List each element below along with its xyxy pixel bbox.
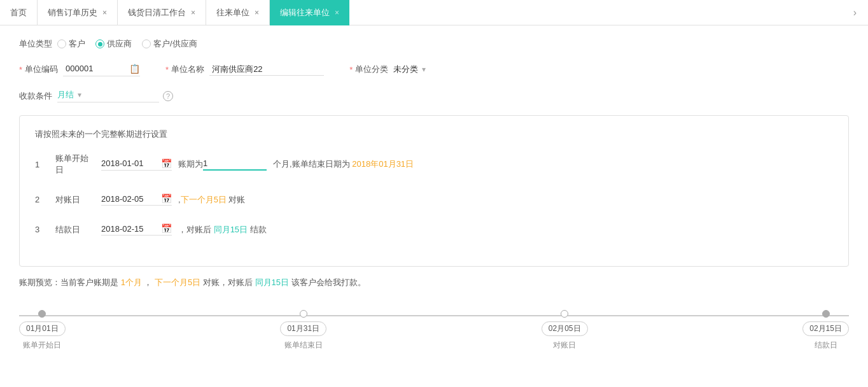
period-row-1-num: 1	[35, 160, 48, 169]
preview-text: 账期预览：当前客户账期是 1个月 ， 下一个月5日 对账，对账后 同月15日 该…	[19, 277, 849, 288]
period-row-3-date-input[interactable]	[101, 224, 158, 234]
radio-customer[interactable]: 客户	[57, 38, 85, 50]
payment-terms-select[interactable]: 月结 ▾	[57, 89, 159, 102]
timeline-badge-0: 01月01日	[19, 321, 66, 336]
radio-customer-supplier[interactable]: 客户/供应商	[142, 38, 197, 50]
preview-highlight-2: 下一个月5日	[155, 278, 200, 287]
unit-code-input[interactable]	[63, 62, 127, 74]
unit-name-required-star: *	[165, 65, 169, 74]
timeline-point-0: 01月01日 账单开始日	[19, 310, 66, 351]
period-box-title: 请按照未来的一个完整帐期进行设置	[35, 129, 833, 140]
timeline-badge-2: 02月05日	[542, 321, 588, 336]
radio-customer-supplier-circle	[142, 39, 151, 48]
radio-supplier-label: 供应商	[107, 38, 132, 50]
unit-name-group: * 单位名称	[165, 63, 324, 76]
period-row-1-field-label: 账单开始日	[55, 153, 94, 176]
period-row-2: 2 对账日 📅 ,下一个月5日 对账	[35, 194, 833, 206]
preview-highlight-1: 1个月	[121, 278, 142, 287]
unit-category-group: * 单位分类 未分类 ▾	[349, 64, 426, 75]
period-row-1-calendar-icon[interactable]: 📅	[161, 158, 172, 169]
timeline-dot-1	[300, 310, 307, 318]
payment-terms-chevron-icon: ▾	[78, 90, 81, 99]
timeline-badge-1: 01月31日	[280, 321, 326, 336]
payment-terms-help-icon[interactable]: ?	[163, 91, 173, 101]
timeline-sublabel-0: 账单开始日	[23, 340, 61, 351]
unit-code-label: 单位编码	[25, 64, 58, 75]
unit-category-label: 单位分类	[355, 64, 388, 75]
unit-code-group: * 单位编码 📋	[19, 62, 140, 76]
tab-cash-ledger[interactable]: 钱货日清工作台 ×	[118, 0, 206, 25]
timeline-dot-2	[561, 310, 568, 318]
period-row-2-field-label: 对账日	[55, 194, 94, 206]
preview-highlight-3: 同月15日	[255, 278, 289, 287]
period-row-2-date-input-wrapper: 📅	[101, 194, 172, 206]
period-row-1-suffix-before: 账期为	[178, 158, 203, 170]
period-row-1: 1 账单开始日 📅 账期为 个月,账单结束日期为 2018年01月31日	[35, 153, 833, 176]
tab-edit-counterpart-unit[interactable]: 编辑往来单位 ×	[270, 0, 349, 25]
unit-name-input[interactable]	[209, 63, 324, 76]
timeline-dot-3	[822, 310, 830, 318]
radio-customer-supplier-label: 客户/供应商	[153, 38, 197, 50]
period-row-2-suffix: ,下一个月5日 对账	[178, 194, 245, 206]
page-content: 单位类型 客户 供应商 客户/供应商 * 单位编码	[0, 25, 868, 387]
unit-category-select[interactable]: 未分类 ▾	[393, 64, 426, 75]
tab-sales-order-history[interactable]: 销售订单历史 ×	[38, 0, 118, 25]
unit-code-required-star: *	[19, 65, 22, 74]
unit-type-row: 单位类型 客户 供应商 客户/供应商	[19, 38, 849, 50]
radio-supplier[interactable]: 供应商	[95, 38, 132, 50]
timeline-sublabel-1: 账单结束日	[284, 340, 323, 351]
timeline-point-1: 01月31日 账单结束日	[280, 310, 326, 351]
unit-category-chevron-icon: ▾	[422, 65, 426, 74]
unit-code-copy-icon[interactable]: 📋	[129, 64, 140, 74]
period-row-2-orange-text: 下一个月5日	[181, 195, 227, 204]
unit-info-row: * 单位编码 📋 * 单位名称 * 单位分类 未分类 ▾	[19, 62, 849, 76]
radio-customer-label: 客户	[69, 38, 85, 50]
period-row-3-field-label: 结款日	[55, 224, 94, 236]
timeline-point-3: 02月15日 结款日	[802, 310, 849, 351]
period-row-3-calendar-icon[interactable]: 📅	[161, 223, 172, 234]
period-row-1-month-input[interactable]	[203, 158, 267, 171]
payment-terms-value: 月结	[57, 89, 74, 101]
unit-category-value: 未分类	[393, 64, 418, 75]
period-row-3-num: 3	[35, 225, 48, 234]
close-tab-counterpart-unit[interactable]: ×	[255, 8, 259, 17]
tabs-bar: 首页 销售订单历史 × 钱货日清工作台 × 往来单位 × 编辑往来单位 × ›	[0, 0, 868, 25]
period-row-2-calendar-icon[interactable]: 📅	[161, 194, 172, 204]
close-tab-cash-ledger[interactable]: ×	[191, 8, 195, 17]
period-row-3-suffix: ，对账后 同月15日 结款	[178, 224, 267, 236]
timeline-container: 01月01日 账单开始日 01月31日 账单结束日 02月05日 对账日 02月…	[19, 304, 849, 370]
period-row-3-teal-text: 同月15日	[214, 225, 248, 234]
period-row-1-suffix-after: 个月,账单结束日期为 2018年01月31日	[273, 158, 414, 170]
timeline-sublabel-2: 对账日	[553, 340, 576, 351]
payment-terms-label: 收款条件	[19, 90, 52, 102]
unit-type-group: 单位类型 客户 供应商 客户/供应商	[19, 38, 197, 50]
period-row-1-date-highlight: 2018年01月31日	[352, 159, 414, 169]
close-tab-edit-counterpart-unit[interactable]: ×	[335, 8, 339, 17]
tab-more-button[interactable]: ›	[847, 7, 863, 18]
tab-counterpart-unit[interactable]: 往来单位 ×	[206, 0, 270, 25]
radio-supplier-circle	[95, 39, 104, 48]
timeline-sublabel-3: 结款日	[815, 340, 837, 351]
period-row-1-date-input[interactable]	[101, 158, 158, 168]
period-row-1-date-input-wrapper: 📅	[101, 158, 172, 171]
period-settings-box: 请按照未来的一个完整帐期进行设置 1 账单开始日 📅 账期为 个月,账单结束日期…	[19, 115, 849, 267]
timeline-badge-3: 02月15日	[802, 321, 849, 336]
period-row-3: 3 结款日 📅 ，对账后 同月15日 结款	[35, 223, 833, 236]
period-row-2-num: 2	[35, 195, 48, 204]
timeline-point-2: 02月05日 对账日	[542, 310, 588, 351]
period-row-3-date-input-wrapper: 📅	[101, 223, 172, 236]
payment-terms-group: 收款条件 月结 ▾ ?	[19, 89, 173, 102]
unit-type-label: 单位类型	[19, 38, 52, 50]
payment-terms-row: 收款条件 月结 ▾ ?	[19, 89, 849, 102]
unit-type-radio-group: 客户 供应商 客户/供应商	[57, 38, 197, 50]
unit-code-input-wrapper: 📋	[63, 62, 140, 76]
unit-category-required-star: *	[349, 65, 353, 74]
unit-name-label: 单位名称	[171, 64, 204, 75]
timeline-dot-0	[38, 310, 46, 318]
radio-customer-circle	[57, 39, 66, 48]
timeline-points: 01月01日 账单开始日 01月31日 账单结束日 02月05日 对账日 02月…	[19, 310, 849, 351]
period-row-2-date-input[interactable]	[101, 194, 158, 204]
tab-home[interactable]: 首页	[5, 0, 38, 25]
close-tab-sales-order-history[interactable]: ×	[102, 8, 107, 17]
